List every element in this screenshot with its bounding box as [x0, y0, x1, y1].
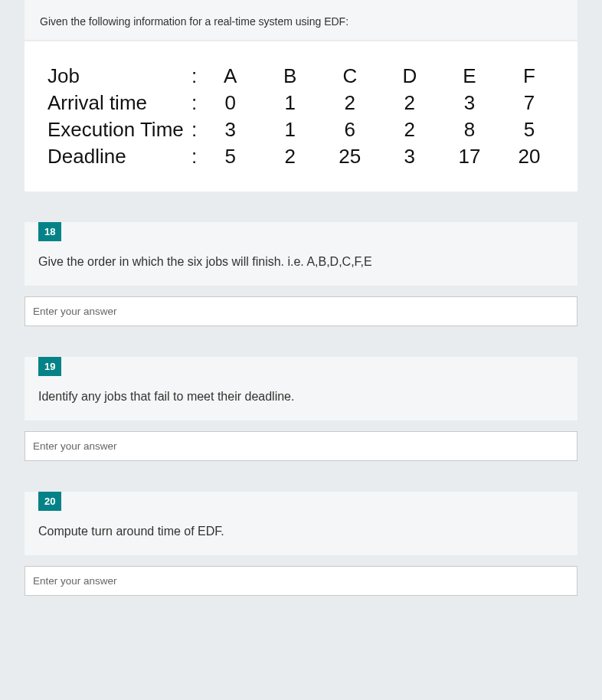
cell: 20	[499, 143, 559, 170]
cell: 3	[440, 90, 499, 116]
cell: 3	[201, 116, 260, 143]
cell: 1	[260, 90, 320, 116]
cell: B	[260, 63, 320, 90]
question-20: 20 Compute turn around time of EDF.	[25, 492, 577, 555]
page: { "intro": { "text": "Given the followin…	[0, 0, 602, 700]
cell: 3	[380, 143, 440, 170]
cell: 17	[440, 143, 499, 170]
row-label-arrival: Arrival time	[43, 90, 188, 116]
table-row: Job : A B C D E F	[43, 63, 559, 90]
intro-text: Given the following information for a re…	[25, 0, 577, 40]
answer-input-18[interactable]	[25, 296, 577, 326]
edf-data-table: Job : A B C D E F Arrival time : 0 1 2 2…	[43, 63, 559, 170]
cell: 2	[320, 90, 380, 116]
cell: 1	[260, 116, 320, 143]
cell: 6	[320, 116, 380, 143]
answer-input-20[interactable]	[25, 566, 577, 596]
cell: A	[201, 63, 260, 90]
cell: 5	[201, 143, 260, 170]
table-row: Deadline : 5 2 25 3 17 20	[43, 143, 559, 170]
question-text: Give the order in which the six jobs wil…	[38, 241, 564, 269]
cell: 2	[380, 90, 440, 116]
question-number-badge: 18	[38, 222, 61, 241]
table-row: Arrival time : 0 1 2 2 3 7	[43, 90, 559, 116]
cell: F	[499, 63, 559, 90]
cell: 7	[499, 90, 559, 116]
question-19: 19 Identify any jobs that fail to meet t…	[25, 357, 577, 420]
table-row: Execution Time : 3 1 6 2 8 5	[43, 116, 559, 143]
cell: 8	[440, 116, 499, 143]
cell: D	[380, 63, 440, 90]
cell: 25	[320, 143, 380, 170]
question-number-badge: 19	[38, 357, 61, 376]
cell: 5	[499, 116, 559, 143]
question-number-badge: 20	[38, 492, 61, 511]
cell: C	[320, 63, 380, 90]
answer-input-19[interactable]	[25, 431, 577, 461]
cell: 0	[201, 90, 260, 116]
question-18: 18 Give the order in which the six jobs …	[25, 222, 577, 286]
row-label-exec: Execution Time	[43, 116, 188, 143]
row-label-deadline: Deadline	[43, 143, 188, 170]
edf-table: Job : A B C D E F Arrival time : 0 1 2 2…	[25, 41, 577, 191]
cell: 2	[380, 116, 440, 143]
question-text: Compute turn around time of EDF.	[38, 511, 564, 538]
cell: E	[440, 63, 499, 90]
question-text: Identify any jobs that fail to meet thei…	[38, 376, 564, 404]
cell: 2	[260, 143, 320, 170]
row-label-job: Job	[43, 63, 188, 90]
